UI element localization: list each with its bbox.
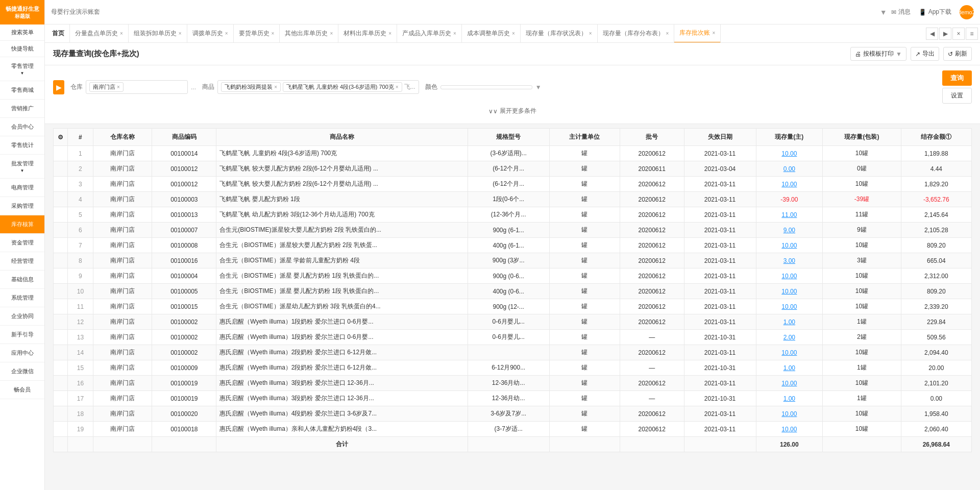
table-row: 9 南岸门店 00100004 合生元（BIOSTIME）派星 婴儿配方奶粉 1… — [54, 268, 972, 284]
sidebar-item-ecommerce[interactable]: 电商管理 — [0, 179, 44, 197]
tab-close-icon[interactable]: × — [453, 31, 456, 36]
settings-btn[interactable]: 设置 — [942, 88, 972, 104]
product-input[interactable]: 飞鹤奶粉3段两提装 × 飞鹤星飞帆 儿童奶粉 4段(3-6岁适用) 700克 ×… — [217, 80, 419, 94]
th-code: 商品编码 — [152, 129, 216, 146]
filter-row: ▶ 仓库 南岸门店 × ... 商品 — [53, 70, 972, 104]
sidebar-item-system[interactable]: 系统管理 — [0, 289, 44, 307]
tab-inventory-status[interactable]: 现存量（库存状况表） × — [521, 24, 598, 43]
settings-icon[interactable]: ⚙ — [58, 134, 63, 141]
tag-close-icon[interactable]: × — [274, 84, 277, 90]
footer-balance-total: 26,968.64 — [901, 437, 971, 452]
sidebar-item-guide[interactable]: 新手引导 — [0, 326, 44, 344]
tab-close-icon[interactable]: × — [272, 31, 275, 36]
sidebar-item-member[interactable]: 会员中心 — [0, 118, 44, 136]
avatar[interactable]: demo2 — [960, 5, 974, 19]
tab-batch-ledger[interactable]: 库存批次账 × — [674, 24, 721, 43]
table-row: 19 南岸门店 00100018 惠氏启醒（Wyeth illuma）亲和人体儿… — [54, 422, 972, 437]
sidebar-item-marketing[interactable]: 营销推广 — [0, 100, 44, 118]
tab-home[interactable]: 首页 — [47, 24, 70, 43]
tab-close-icon[interactable]: × — [712, 30, 715, 36]
tab-close-icon[interactable]: × — [388, 31, 391, 36]
filter-section: ▶ 仓库 南岸门店 × ... 商品 — [45, 65, 980, 124]
action-btns: 查询 设置 — [942, 70, 972, 104]
page-header: 现存量查询(按仓库+批次) 🖨 按模板打印 ▼ ↗ 导出 ↺ 刷新 — [45, 43, 980, 65]
tab-disassemble-history[interactable]: 组装拆卸单历史 × — [129, 24, 187, 43]
expand-down-icon: ∨∨ — [488, 108, 498, 115]
tab-other-out-history[interactable]: 其他出库单历史 × — [280, 24, 338, 43]
th-stock-pkg: 现存量(包装) — [823, 129, 901, 146]
color-label: 颜色 — [425, 83, 437, 91]
color-input[interactable] — [440, 85, 532, 89]
table-row: 11 南岸门店 00100015 合生元（BIOSTIME）派星幼儿配方奶粉 3… — [54, 299, 972, 314]
tab-split-history[interactable]: 分量盘点单历史 × — [70, 24, 129, 43]
tab-prev-btn[interactable]: ◀ — [926, 28, 938, 40]
sidebar-item-retail[interactable]: 零售管理 ▼ — [0, 57, 44, 81]
filter-arrow-btn[interactable]: ▶ — [53, 80, 64, 94]
tab-order-history[interactable]: 要货单历史 × — [234, 24, 280, 43]
sidebar-item-member2[interactable]: 畅会员 — [0, 381, 44, 399]
account-dropdown-arrow[interactable]: ▼ — [880, 8, 887, 16]
logo-line1: 畅捷通好生意 — [6, 5, 39, 13]
tab-next-btn[interactable]: ▶ — [939, 28, 951, 40]
tag-close-icon[interactable]: × — [396, 84, 399, 90]
product-tag-2: 飞鹤星飞帆 儿童奶粉 4段(3-6岁适用) 700克 × — [283, 82, 402, 92]
sidebar-item-retail-stats[interactable]: 零售统计 — [0, 136, 44, 155]
sidebar-item-appstore[interactable]: 应用中心 — [0, 344, 44, 362]
tag-close-icon[interactable]: × — [117, 84, 120, 90]
export-btn[interactable]: ↗ 导出 — [911, 47, 939, 61]
tab-inventory-dist[interactable]: 现存量（库存分布表） × — [598, 24, 675, 43]
sidebar-item-retail-shop[interactable]: 零售商城 — [0, 81, 44, 100]
message-btn[interactable]: ✉ 消息 — [891, 8, 911, 16]
main-content: 母婴行业演示账套 ▼ ✉ 消息 📱 App下载 demo2 首页 分量盘点单历史… — [45, 0, 980, 490]
warehouse-tag: 南岸门店 × — [89, 82, 124, 92]
warehouse-input[interactable]: 南岸门店 × — [86, 80, 188, 94]
product-more[interactable]: 飞... — [404, 83, 415, 91]
product-label: 商品 — [202, 83, 214, 91]
query-btn[interactable]: 查询 — [942, 70, 972, 86]
tab-close-icon[interactable]: × — [666, 31, 669, 36]
template-print-btn[interactable]: 🖨 按模板打印 ▼ — [850, 47, 906, 61]
tab-product-in[interactable]: 产成品入库单历史 × — [397, 24, 462, 43]
th-unit: 主计量单位 — [549, 129, 620, 146]
chevron-down-icon: ▼ — [20, 71, 24, 76]
sidebar-item-purchase[interactable]: 采购管理 — [0, 197, 44, 215]
tab-close-icon[interactable]: × — [589, 31, 592, 36]
color-dropdown-icon[interactable]: ▼ — [535, 84, 542, 91]
filter-product-group: 商品 飞鹤奶粉3段两提装 × 飞鹤星飞帆 儿童奶粉 4段(3-6岁适用) 700… — [202, 80, 419, 94]
tabbar: 首页 分量盘点单历史 × 组装拆卸单历史 × 调拨单历史 × 要货单历史 × 其… — [45, 24, 980, 43]
tab-material-out[interactable]: 材料出库单历史 × — [338, 24, 397, 43]
tab-close-icon[interactable]: × — [179, 31, 182, 36]
refresh-btn[interactable]: ↺ 刷新 — [943, 47, 972, 61]
account-name: 母婴行业演示账套 — [51, 8, 876, 16]
sidebar-item-enterprise[interactable]: 企业协同 — [0, 307, 44, 326]
table-row: 14 南岸门店 00100002 惠氏启醒（Wyeth illuma）2段奶粉 … — [54, 345, 972, 360]
tab-cost-adjust[interactable]: 成本调整单历史 × — [462, 24, 521, 43]
table-row: 15 南岸门店 00100009 惠氏启醒（Wyeth illuma）2段奶粉 … — [54, 360, 972, 376]
expand-filter-btn[interactable]: ∨∨ 展开更多条件 — [488, 107, 536, 115]
sidebar-item-wholesale[interactable]: 批发管理 ▼ — [0, 155, 44, 179]
message-icon: ✉ — [891, 9, 896, 16]
search-english-item[interactable]: 搜索英单 — [0, 24, 44, 41]
tab-mix-history[interactable]: 调拨单历史 × — [187, 24, 234, 43]
sidebar-item-corp-wechat[interactable]: 企业微信 — [0, 362, 44, 381]
tab-close-icon[interactable]: × — [512, 31, 515, 36]
sidebar-item-finance[interactable]: 资金管理 — [0, 234, 44, 252]
th-warehouse: 仓库名称 — [93, 129, 152, 146]
app-download-btn[interactable]: 📱 App下载 — [919, 8, 951, 16]
table-header-row: ⚙ # 仓库名称 商品编码 商品名称 规格型号 主计量单位 批号 失效日期 现存… — [54, 129, 972, 146]
sidebar-item-operations[interactable]: 经营管理 — [0, 252, 44, 271]
warehouse-more[interactable]: ... — [191, 84, 196, 91]
sidebar-item-inventory[interactable]: 库存核算 — [0, 215, 44, 234]
shortcut-nav-item[interactable]: 快捷导航 — [0, 41, 44, 57]
sidebar-item-basic[interactable]: 基础信息 — [0, 271, 44, 289]
page-content: 现存量查询(按仓库+批次) 🖨 按模板打印 ▼ ↗ 导出 ↺ 刷新 — [45, 43, 980, 490]
tab-navigation: ◀ ▶ × ≡ — [926, 28, 978, 40]
chevron-down-icon: ▼ — [20, 168, 24, 173]
warehouse-label: 仓库 — [70, 83, 83, 91]
tab-menu-btn[interactable]: ≡ — [966, 28, 978, 40]
tab-close-icon[interactable]: × — [225, 31, 228, 36]
tab-close-icon[interactable]: × — [120, 31, 123, 36]
tab-close-btn[interactable]: × — [952, 28, 965, 40]
tab-close-icon[interactable]: × — [330, 31, 333, 36]
print-icon: 🖨 — [855, 51, 861, 58]
